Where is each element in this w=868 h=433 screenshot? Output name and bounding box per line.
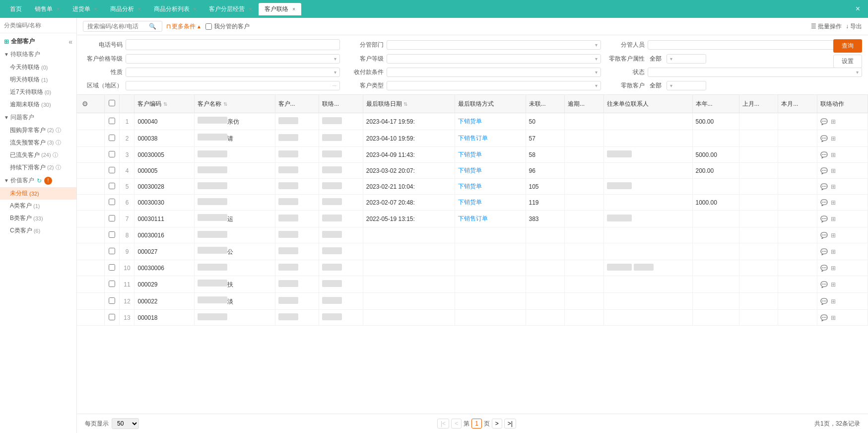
contact-method-link[interactable]: 下销货单 [458, 167, 482, 174]
chat-icon[interactable]: 💬 [820, 248, 828, 255]
reset-button[interactable]: 设置 [833, 55, 862, 68]
close-all-button[interactable]: × [852, 4, 864, 13]
more-icon[interactable]: ⊞ [831, 281, 836, 288]
chat-icon[interactable]: 💬 [820, 265, 828, 272]
row-checkbox[interactable] [109, 297, 115, 304]
contact-method-link[interactable]: 下销售订单 [458, 215, 488, 222]
tab-product-analysis-close[interactable]: × [138, 6, 141, 12]
sidebar-item-overdue-pending[interactable]: 逾期未联络 (30) [0, 98, 76, 111]
contact-method-link[interactable]: 下销货单 [458, 183, 482, 190]
sidebar-item-declining[interactable]: 持续下滑客户 (2) ⓘ [0, 161, 76, 174]
more-icon[interactable]: ⊞ [831, 232, 836, 239]
refresh-icon[interactable]: ↻ [37, 177, 42, 184]
prev-page-button[interactable]: < [451, 419, 462, 429]
contact-method-link[interactable]: 下销售订单 [458, 135, 488, 142]
more-icon[interactable]: ⊞ [831, 167, 836, 174]
chat-icon[interactable]: 💬 [820, 298, 828, 305]
more-icon[interactable]: ⊞ [831, 265, 836, 272]
sidebar-item-class-b[interactable]: B类客户 (33) [0, 212, 76, 224]
chat-icon[interactable]: 💬 [820, 199, 828, 206]
tab-customer-contact[interactable]: 客户联络 × [259, 3, 301, 15]
row-checkbox[interactable] [109, 314, 115, 320]
row-checkbox[interactable] [109, 264, 115, 271]
sidebar-item-hoard-abnormal[interactable]: 囤购异常客户 (2) ⓘ [0, 124, 76, 137]
first-page-button[interactable]: |< [437, 419, 449, 429]
chat-icon[interactable]: 💬 [820, 183, 828, 190]
manager-select[interactable]: ··· [648, 40, 862, 50]
sidebar-item-tomorrow-pending[interactable]: 明天待联络 (1) [0, 73, 76, 86]
more-icon[interactable]: ⊞ [831, 135, 836, 142]
sidebar-search-input[interactable] [4, 22, 77, 29]
col-this-year[interactable]: 本年... [692, 95, 739, 113]
tab-purchase[interactable]: 进货单 × [67, 3, 103, 15]
row-checkbox[interactable] [109, 281, 115, 287]
chat-icon[interactable]: 💬 [820, 167, 828, 174]
more-icon[interactable]: ⊞ [831, 298, 836, 305]
contact-method-link[interactable]: 下销货单 [458, 151, 482, 158]
col-overdue[interactable]: 逾期... [565, 95, 604, 113]
row-checkbox[interactable] [109, 248, 115, 254]
my-customers-checkbox-area[interactable]: 我分管的客户 [205, 22, 250, 31]
search-icon[interactable]: 🔍 [149, 23, 156, 30]
row-checkbox[interactable] [109, 118, 115, 124]
customer-type-select[interactable]: ▾ [387, 81, 601, 90]
tab-sales[interactable]: 销售单 × [29, 3, 66, 15]
row-checkbox[interactable] [109, 151, 115, 157]
price-grade-select[interactable]: ▾ [126, 54, 340, 64]
scatter-attr-select[interactable]: ▾ [667, 54, 706, 64]
tab-customer-segment-close[interactable]: × [249, 6, 252, 12]
sidebar-item-lost[interactable]: 已流失客户 (24) ⓘ [0, 149, 76, 161]
sidebar-group-pending[interactable]: ▼ 待联络客户 [0, 48, 76, 61]
column-settings-button[interactable]: ⚙ [80, 99, 90, 109]
last-page-button[interactable]: >| [504, 419, 516, 429]
sidebar-item-today-pending[interactable]: 今天待联络 (0) [0, 61, 76, 73]
more-icon[interactable]: ⊞ [831, 183, 836, 190]
col-customer[interactable]: 客户... [275, 95, 319, 113]
tab-product-analysis-list-close[interactable]: × [194, 6, 197, 12]
chat-icon[interactable]: 💬 [820, 216, 828, 222]
tab-purchase-close[interactable]: × [94, 6, 97, 12]
col-action[interactable]: 联络动作 [817, 95, 868, 113]
more-icon[interactable]: ⊞ [831, 199, 836, 206]
contact-method-link[interactable]: 下销货单 [458, 199, 482, 206]
customer-grade-select[interactable]: ▾ [387, 54, 601, 64]
col-no-contact[interactable]: 未联... [526, 95, 565, 113]
more-conditions-btn[interactable]: ⊓ 更多条件 ▲ [166, 22, 201, 31]
row-checkbox[interactable] [109, 215, 115, 221]
all-customers-label[interactable]: 全部客户 [11, 37, 35, 46]
chat-icon[interactable]: 💬 [820, 314, 828, 321]
col-last-month[interactable]: 上月... [739, 95, 778, 113]
tab-customer-contact-close[interactable]: × [292, 6, 295, 12]
sidebar-item-class-a[interactable]: A类客户 (1) [0, 200, 76, 212]
col-contact-person[interactable]: 往来单位联系人 [603, 95, 692, 113]
tab-product-analysis-list[interactable]: 商品分析列表 × [148, 3, 202, 15]
search-button[interactable]: 查询 [833, 39, 862, 53]
tab-product-analysis[interactable]: 商品分析 × [104, 3, 147, 15]
tab-sales-close[interactable]: × [57, 6, 60, 12]
chat-icon[interactable]: 💬 [820, 118, 828, 125]
sidebar-item-7days-pending[interactable]: 近7天待联络 (0) [0, 86, 76, 98]
contact-method-link[interactable]: 下销货单 [458, 118, 482, 125]
col-code[interactable]: 客户编码 ⇅ [134, 95, 195, 113]
row-checkbox[interactable] [109, 199, 115, 205]
next-page-button[interactable]: > [492, 419, 502, 429]
col-last-contact-method[interactable]: 最后联络方式 [455, 95, 526, 113]
col-name[interactable]: 客户名称 ⇅ [195, 95, 275, 113]
chat-icon[interactable]: 💬 [820, 232, 828, 239]
col-contact[interactable]: 联络... [319, 95, 363, 113]
sidebar-item-class-c[interactable]: C类客户 (6) [0, 224, 76, 237]
row-checkbox[interactable] [109, 135, 115, 141]
nature-select[interactable]: ▾ [126, 68, 340, 77]
select-all-checkbox[interactable] [109, 100, 115, 106]
tab-home[interactable]: 首页 [4, 3, 28, 15]
row-checkbox[interactable] [109, 231, 115, 238]
col-this-month[interactable]: 本月... [778, 95, 817, 113]
sidebar-item-churn-warning[interactable]: 流失预警客户 (3) ⓘ [0, 137, 76, 149]
region-select[interactable]: ··· [126, 81, 340, 90]
more-icon[interactable]: ⊞ [831, 216, 836, 222]
col-last-contact-date[interactable]: 最后联络日期 ⇅ [363, 95, 455, 113]
collapse-sidebar-icon[interactable]: « [68, 38, 72, 46]
export-btn[interactable]: ↓ 导出 [846, 22, 862, 31]
more-icon[interactable]: ⊞ [831, 151, 836, 158]
my-customers-checkbox[interactable] [205, 23, 212, 30]
